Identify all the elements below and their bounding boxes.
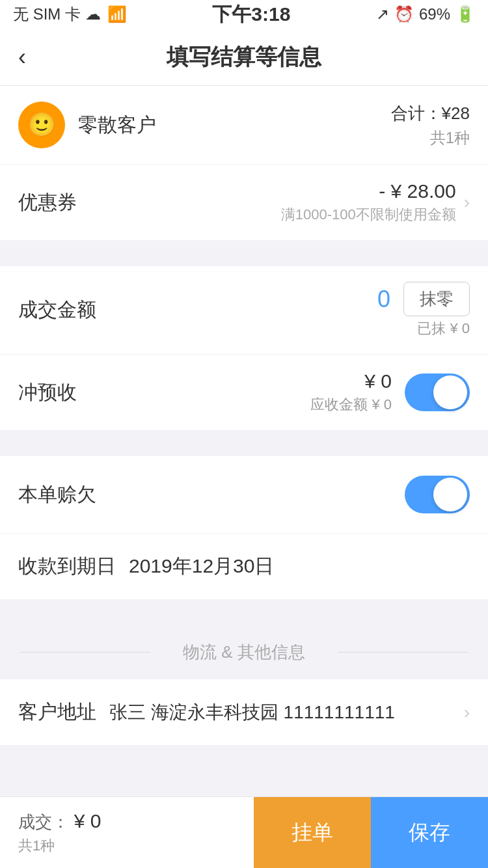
alarm-icon: ⏰ (394, 5, 414, 23)
address-value: 张三 海淀永丰科技园 11111111111 (109, 700, 461, 725)
chevron-right-icon: › (464, 192, 470, 213)
hold-button[interactable]: 挂单 (254, 797, 371, 869)
prereceive-amount: ¥ 0 (310, 370, 392, 392)
save-button[interactable]: 保存 (371, 797, 488, 869)
address-label: 客户地址 (18, 699, 96, 726)
header-line-left (20, 652, 150, 653)
bottom-bar: 成交： ¥ 0 共1种 挂单 保存 (0, 796, 488, 868)
duedate-value: 2019年12月30日 (129, 553, 274, 580)
back-button[interactable]: ‹ (18, 44, 26, 71)
battery-icon: 🔋 (455, 5, 475, 23)
coupon-discount: - ¥ 28.00 (281, 180, 456, 202)
status-right: ↗ ⏰ 69% 🔋 (376, 5, 475, 23)
total-count: 共1种 (391, 128, 470, 148)
prereceive-values: ¥ 0 应收金额 ¥ 0 (310, 370, 392, 414)
credit-label: 本单赊欠 (18, 481, 96, 508)
coupon-row[interactable]: 优惠券 - ¥ 28.00 满1000-100不限制使用金额 › (0, 164, 488, 240)
customer-total: 合计：¥28 共1种 (391, 102, 470, 148)
status-time: 下午3:18 (212, 1, 290, 28)
customer-name: 零散客户 (78, 112, 156, 139)
logistics-header: 物流 & 其他信息 (0, 625, 488, 679)
credit-toggle-knob (433, 478, 467, 511)
status-bar: 无 SIM 卡 ☁ 📶 下午3:18 ↗ ⏰ 69% 🔋 (0, 0, 488, 29)
address-chevron-icon: › (464, 702, 470, 723)
customer-section: 🙂 零散客户 合计：¥28 共1种 优惠券 - ¥ 28.00 满1000-10… (0, 86, 488, 240)
prereceive-sub: 应收金额 ¥ 0 (310, 395, 392, 414)
transaction-amount-row: 成交金额 0 抹零 已抹 ¥ 0 (0, 266, 488, 354)
section-divider-3 (0, 612, 488, 625)
header-line-right (338, 652, 468, 653)
prereceive-toggle[interactable] (405, 373, 470, 411)
prereceive-right: ¥ 0 应收金额 ¥ 0 (310, 370, 470, 414)
prereceive-row: 冲预收 ¥ 0 应收金额 ¥ 0 (0, 354, 488, 430)
total-label: 合计：¥28 (391, 102, 470, 125)
nav-bar: ‹ 填写结算等信息 (0, 29, 488, 86)
logistics-header-text: 物流 & 其他信息 (183, 641, 305, 664)
status-left: 无 SIM 卡 ☁ 📶 (13, 4, 127, 25)
coupon-description: 满1000-100不限制使用金额 (281, 205, 456, 224)
section-divider-1 (0, 253, 488, 266)
wifi-icon: 📶 (107, 5, 127, 23)
customer-left: 🙂 零散客户 (18, 102, 156, 148)
page-title: 填写结算等信息 (167, 42, 321, 72)
customer-row: 🙂 零散客户 合计：¥28 共1种 (0, 86, 488, 164)
address-section: 客户地址 张三 海淀永丰科技园 11111111111 › (0, 679, 488, 745)
credit-row: 本单赊欠 (0, 456, 488, 533)
section-divider-4 (0, 758, 488, 771)
sim-text: 无 SIM 卡 ☁ (13, 4, 101, 25)
transaction-amount-sub: 已抹 ¥ 0 (377, 319, 470, 338)
credit-section: 本单赊欠 收款到期日 2019年12月30日 (0, 456, 488, 599)
credit-toggle[interactable] (405, 476, 470, 513)
bottom-info: 成交： ¥ 0 共1种 (0, 810, 254, 856)
coupon-label: 优惠券 (18, 189, 77, 216)
location-icon: ↗ (376, 5, 389, 23)
coupon-right: - ¥ 28.00 满1000-100不限制使用金额 › (281, 180, 470, 224)
section-divider-2 (0, 443, 488, 456)
address-row[interactable]: 客户地址 张三 海淀永丰科技园 11111111111 › (0, 679, 488, 745)
bottom-deal-amount: ¥ 0 (74, 810, 102, 832)
transaction-amount-value: 0 (377, 286, 390, 313)
amount-section: 成交金额 0 抹零 已抹 ¥ 0 冲预收 ¥ 0 应收金额 ¥ 0 (0, 266, 488, 430)
avatar: 🙂 (18, 102, 65, 148)
bottom-deal-row: 成交： ¥ 0 (18, 810, 236, 834)
duedate-row: 收款到期日 2019年12月30日 (0, 533, 488, 599)
bottom-count: 共1种 (18, 836, 236, 856)
duedate-label: 收款到期日 (18, 553, 116, 580)
avatar-icon: 🙂 (27, 111, 57, 139)
content-area: 🙂 零散客户 合计：¥28 共1种 优惠券 - ¥ 28.00 满1000-10… (0, 86, 488, 849)
battery-text: 69% (419, 5, 450, 23)
toggle-knob (433, 375, 467, 409)
prereceive-label: 冲预收 (18, 379, 77, 406)
transaction-amount-right: 0 抹零 (377, 282, 470, 316)
round-button[interactable]: 抹零 (403, 282, 470, 316)
transaction-amount-label: 成交金额 (18, 297, 96, 323)
bottom-deal-label: 成交： (18, 812, 69, 832)
